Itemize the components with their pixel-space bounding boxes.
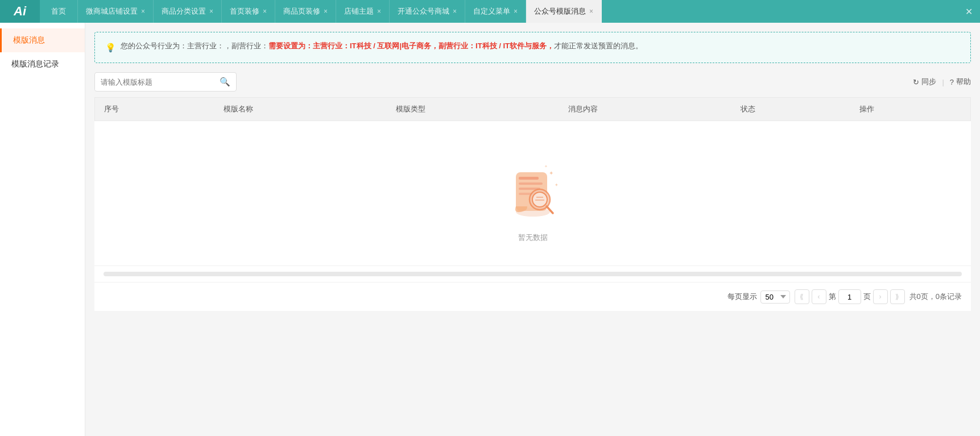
tab-close-custom-menu[interactable]: × bbox=[514, 7, 518, 15]
tab-label-category: 商品分类设置 bbox=[162, 6, 206, 16]
page-label-after: 页 bbox=[863, 292, 871, 302]
tab-item-theme[interactable]: 店铺主题 × bbox=[336, 0, 390, 23]
notice-text-before: 您的公众号行业为：主营行业：，副营行业： bbox=[121, 41, 268, 50]
table-container: 序号模版名称模版类型消息内容状态操作 bbox=[94, 97, 971, 311]
tab-close-template-msg[interactable]: × bbox=[589, 7, 593, 15]
prev-page-button[interactable]: ‹ bbox=[812, 289, 826, 304]
per-page: 每页显示 102050100 bbox=[727, 290, 790, 304]
tab-label-theme: 店铺主题 bbox=[344, 6, 374, 16]
tab-close-weshop[interactable]: × bbox=[141, 7, 145, 15]
per-page-select[interactable]: 102050100 bbox=[760, 290, 790, 304]
table-col-状态: 状态 bbox=[731, 98, 850, 121]
toolbar-right: ↻ 同步 | ? 帮助 bbox=[913, 77, 971, 87]
logo: Ai bbox=[0, 0, 40, 23]
tab-label-custom-menu: 自定义菜单 bbox=[473, 6, 510, 16]
sync-button[interactable]: ↻ 同步 bbox=[913, 77, 936, 87]
tab-item-custom-menu[interactable]: 自定义菜单 × bbox=[465, 0, 526, 23]
tab-close-theme[interactable]: × bbox=[377, 7, 381, 15]
tab-label-template-msg: 公众号模版消息 bbox=[534, 6, 586, 16]
svg-text:✦: ✦ bbox=[544, 164, 548, 168]
table-col-模版名称: 模版名称 bbox=[214, 98, 387, 121]
tab-label-product: 商品页装修 bbox=[283, 6, 320, 16]
tab-item-wechat-shop[interactable]: 开通公众号商城 × bbox=[390, 0, 465, 23]
page-number-input[interactable] bbox=[838, 289, 861, 304]
empty-text: 暂无数据 bbox=[518, 232, 548, 243]
tab-item-product[interactable]: 商品页装修 × bbox=[275, 0, 336, 23]
sidebar: 模版消息模版消息记录 bbox=[0, 23, 85, 436]
tab-item-home[interactable]: 首页 bbox=[40, 0, 78, 23]
table-col-操作: 操作 bbox=[850, 98, 970, 121]
next-page-button[interactable]: › bbox=[873, 289, 888, 304]
search-box: 🔍 bbox=[94, 72, 237, 92]
table-col-模版类型: 模版类型 bbox=[387, 98, 559, 121]
toolbar: 🔍 ↻ 同步 | ? 帮助 bbox=[94, 72, 971, 92]
last-page-button[interactable]: ⟫ bbox=[890, 289, 905, 304]
svg-rect-3 bbox=[519, 182, 543, 185]
toolbar-divider: | bbox=[942, 78, 944, 86]
notice-box: 💡 您的公众号行业为：主营行业：，副营行业：需要设置为：主营行业：IT科技 / … bbox=[94, 32, 971, 63]
notice-highlight: 需要设置为：主营行业：IT科技 / 互联网|电子商务，副营行业：IT科技 / I… bbox=[268, 41, 554, 50]
table-col-序号: 序号 bbox=[95, 98, 215, 121]
tab-item-homepage[interactable]: 首页装修 × bbox=[222, 0, 275, 23]
search-input[interactable] bbox=[95, 74, 214, 90]
first-page-button[interactable]: ⟪ bbox=[795, 289, 809, 304]
tab-close-category[interactable]: × bbox=[209, 7, 213, 15]
sidebar-item-template-msg[interactable]: 模版消息 bbox=[0, 28, 85, 52]
nav-close-button[interactable]: ✕ bbox=[957, 0, 980, 23]
fake-scrollbar[interactable] bbox=[104, 272, 962, 276]
tab-list: 首页微商城店铺设置 ×商品分类设置 ×首页装修 ×商品页装修 ×店铺主题 ×开通… bbox=[40, 0, 957, 23]
tab-label-weshop: 微商城店铺设置 bbox=[86, 6, 138, 16]
notice-text-after: 才能正常发送预置的消息。 bbox=[554, 41, 643, 50]
tab-close-wechat-shop[interactable]: × bbox=[453, 7, 457, 15]
sync-label: 同步 bbox=[921, 77, 936, 87]
tab-label-wechat-shop: 开通公众号商城 bbox=[398, 6, 449, 16]
tab-item-category[interactable]: 商品分类设置 × bbox=[154, 0, 222, 23]
data-table: 序号模版名称模版类型消息内容状态操作 bbox=[94, 97, 971, 121]
sync-icon: ↻ bbox=[913, 78, 919, 86]
tab-close-homepage[interactable]: × bbox=[263, 7, 267, 15]
top-nav: Ai 首页微商城店铺设置 ×商品分类设置 ×首页装修 ×商品页装修 ×店铺主题 … bbox=[0, 0, 980, 23]
page-nav: ⟪ ‹ 第 页 › ⟫ bbox=[795, 289, 905, 304]
content-area: 💡 您的公众号行业为：主营行业：，副营行业：需要设置为：主营行业：IT科技 / … bbox=[85, 23, 980, 436]
empty-icon: ✦ ✦ ✦ bbox=[499, 155, 567, 223]
empty-state: ✦ ✦ ✦ 暂无数据 bbox=[94, 121, 971, 265]
svg-text:✦: ✦ bbox=[555, 182, 559, 188]
tab-label-home: 首页 bbox=[51, 6, 66, 16]
table-header: 序号模版名称模版类型消息内容状态操作 bbox=[95, 98, 971, 121]
help-button[interactable]: ? 帮助 bbox=[950, 77, 971, 87]
tab-item-weshop[interactable]: 微商城店铺设置 × bbox=[78, 0, 154, 23]
tab-label-homepage: 首页装修 bbox=[230, 6, 259, 16]
notice-text: 您的公众号行业为：主营行业：，副营行业：需要设置为：主营行业：IT科技 / 互联… bbox=[121, 40, 643, 52]
search-button[interactable]: 🔍 bbox=[214, 73, 236, 91]
page-label-before: 第 bbox=[829, 292, 836, 302]
help-icon: ? bbox=[950, 78, 954, 86]
scrollbar-area bbox=[94, 265, 971, 282]
pagination: 每页显示 102050100 ⟪ ‹ 第 页 › ⟫ 共0页，0条记录 bbox=[94, 282, 971, 311]
help-label: 帮助 bbox=[956, 77, 971, 87]
total-info: 共0页，0条记录 bbox=[909, 292, 962, 302]
table-header-row: 序号模版名称模版类型消息内容状态操作 bbox=[95, 98, 971, 121]
tab-close-product[interactable]: × bbox=[324, 7, 328, 15]
svg-text:✦: ✦ bbox=[549, 170, 553, 176]
notice-icon: 💡 bbox=[105, 41, 116, 55]
table-col-消息内容: 消息内容 bbox=[559, 98, 731, 121]
tab-item-template-msg[interactable]: 公众号模版消息 × bbox=[526, 0, 602, 23]
svg-rect-2 bbox=[519, 177, 539, 180]
sidebar-item-template-record[interactable]: 模版消息记录 bbox=[0, 52, 85, 76]
main-layout: 模版消息模版消息记录 💡 您的公众号行业为：主营行业：，副营行业：需要设置为：主… bbox=[0, 23, 980, 436]
per-page-label: 每页显示 bbox=[727, 292, 757, 302]
